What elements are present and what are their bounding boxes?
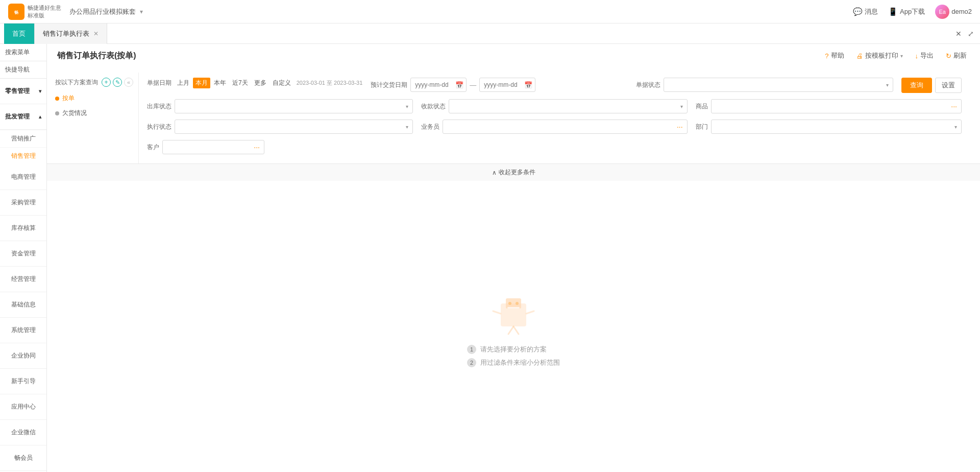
empty-tips: 1 请先选择要分析的方案 2 用过滤条件来缩小分析范围 — [467, 345, 560, 367]
sidebar-item-finance[interactable]: 资金管理 — [0, 241, 46, 267]
filter-row-2: 出库状态 ▾ 收款状态 ▾ — [147, 99, 962, 113]
sidebar-item-retail-mgmt[interactable]: 零售管理 ▾ — [0, 79, 46, 104]
export-button[interactable]: ↓ 导出 — [912, 49, 937, 62]
tab-close-window-icon[interactable]: ✕ — [955, 30, 962, 38]
date-tab-more[interactable]: 更多 — [252, 78, 269, 88]
tab-sales-order[interactable]: 销售订单执行表 ✕ — [34, 23, 107, 44]
salesperson-select[interactable]: ··· — [443, 120, 687, 134]
date-start-wrap: 📅 — [410, 78, 467, 92]
message-button[interactable]: 💬 消息 — [853, 7, 878, 16]
header-right: 💬 消息 📱 App下载 Ea demo2 — [853, 5, 972, 19]
execution-status-chevron-icon: ▾ — [406, 124, 408, 130]
collapse-scheme-button[interactable]: « — [124, 78, 133, 87]
search-button[interactable]: 查询 — [901, 78, 932, 93]
scheme-inactive-dot — [55, 111, 59, 115]
date-tab-this-year[interactable]: 本年 — [211, 78, 229, 88]
sidebar-item-basic-info[interactable]: 基础信息 — [0, 292, 46, 318]
customer-dots-icon: ··· — [254, 143, 260, 151]
sidebar-item-operations[interactable]: 经营管理 — [0, 267, 46, 292]
sidebar-item-new-user[interactable]: 新手引导 — [0, 369, 46, 394]
date-tab-custom[interactable]: 自定义 — [270, 78, 293, 88]
content-area: 销售订单执行表(按单) ? 帮助 🖨 按模板打印 ▾ ↓ — [47, 44, 980, 472]
scheme-item-by-order[interactable]: 按单 — [55, 91, 133, 106]
scheme-item-debt[interactable]: 欠货情况 — [55, 106, 133, 121]
date-end-wrap: 📅 — [479, 78, 535, 92]
user-avatar: Ea — [935, 5, 949, 19]
expected-delivery-start-input[interactable] — [410, 78, 467, 92]
sidebar-item-purchase[interactable]: 采购管理 — [0, 190, 46, 216]
payment-status-select[interactable]: ▾ — [449, 99, 687, 113]
header-left: 畅 畅捷通好生意 标准版 办公用品行业模拟账套 ▾ — [8, 4, 143, 20]
template-print-button[interactable]: 🖨 按模板打印 ▾ — [853, 49, 906, 62]
scheme-active-dot — [55, 97, 59, 101]
filter-fields: 单据日期 上月 本月 本年 近7天 更多 自定义 2023-03-01 至 20… — [139, 73, 970, 163]
date-tabs: 上月 本月 本年 近7天 更多 自定义 — [175, 78, 293, 88]
date-filter-group: 单据日期 上月 本月 本年 近7天 更多 自定义 2023-03-01 至 20… — [147, 78, 362, 88]
date-tab-last7days[interactable]: 近7天 — [230, 78, 251, 88]
action-buttons: 查询 设置 — [901, 78, 962, 93]
customer-select[interactable]: ··· — [162, 140, 264, 154]
svg-line-7 — [508, 326, 513, 334]
user-area[interactable]: Ea demo2 — [935, 5, 972, 19]
sidebar-item-enterprise-wechat[interactable]: 企业微信 — [0, 420, 46, 445]
breadcrumb-title: 办公用品行业模拟账套 — [69, 7, 136, 16]
date-tab-last-month[interactable]: 上月 — [175, 78, 192, 88]
collapse-icon: ∧ — [492, 169, 497, 176]
sidebar-search-menu[interactable]: 搜索菜单 — [0, 44, 46, 61]
help-icon: ? — [825, 52, 828, 60]
expected-delivery-end-input[interactable] — [479, 78, 535, 92]
sidebar-item-app-center[interactable]: 应用中心 — [0, 394, 46, 420]
execution-status-select[interactable]: ▾ — [175, 120, 413, 134]
empty-tip-1: 1 请先选择要分析的方案 — [467, 345, 560, 354]
sidebar-item-marketing[interactable]: 营销推广 — [0, 130, 46, 147]
filter-content: 按以下方案查询 + ✎ « 按单 欠货情况 — [47, 67, 980, 163]
tab-bar-actions: ✕ ⤢ — [955, 30, 974, 38]
sidebar-item-sales-mgmt[interactable]: 销售管理 — [0, 147, 46, 164]
collapse-filters-button[interactable]: ∧ 收起更多条件 — [47, 163, 980, 181]
sidebar-quick-nav[interactable]: 快捷导航 — [0, 61, 46, 79]
salesperson-dots-icon: ··· — [677, 123, 683, 131]
order-status-chevron-icon: ▾ — [886, 82, 889, 88]
shipment-status-select[interactable]: ▾ — [175, 99, 413, 113]
shipment-status-group: 出库状态 ▾ — [147, 99, 413, 113]
logo-area: 畅 畅捷通好生意 标准版 — [8, 4, 61, 20]
scheme-actions: + ✎ « — [102, 78, 133, 87]
logo-icon: 畅 — [8, 4, 24, 20]
date-tab-this-month[interactable]: 本月 — [193, 78, 210, 88]
date-range-text: 2023-03-01 至 2023-03-31 — [297, 79, 363, 87]
sidebar-item-system[interactable]: 系统管理 — [0, 318, 46, 343]
settings-button[interactable]: 设置 — [935, 78, 962, 93]
refresh-button[interactable]: ↻ 刷新 — [943, 49, 970, 62]
filter-row-3: 执行状态 ▾ 业务员 ··· — [147, 120, 962, 134]
top-header: 畅 畅捷通好生意 标准版 办公用品行业模拟账套 ▾ 💬 消息 📱 App下载 E… — [0, 0, 980, 23]
add-scheme-button[interactable]: + — [102, 78, 111, 87]
department-select[interactable]: ▾ — [711, 120, 962, 134]
sidebar-item-enterprise-collab[interactable]: 企业协同 — [0, 343, 46, 369]
department-chevron-icon: ▾ — [954, 124, 957, 130]
chevron-up-icon: ▴ — [39, 114, 41, 120]
edit-scheme-button[interactable]: ✎ — [113, 78, 122, 87]
tab-close-icon[interactable]: ✕ — [93, 30, 99, 37]
sidebar-item-wholesale-mgmt[interactable]: 批发管理 ▴ — [0, 104, 46, 130]
department-group: 部门 ▾ — [696, 120, 962, 134]
tab-home[interactable]: 首页 — [4, 23, 34, 44]
app-icon: 📱 — [888, 7, 898, 16]
main-layout: 搜索菜单 快捷导航 零售管理 ▾ 批发管理 ▴ 营销推广 销售管理 电商管理 采… — [0, 44, 980, 472]
salesperson-group: 业务员 ··· — [421, 120, 687, 134]
tab-expand-icon[interactable]: ⤢ — [968, 30, 974, 38]
sidebar-item-ecommerce[interactable]: 电商管理 — [0, 164, 46, 190]
empty-state: 1 请先选择要分析的方案 2 用过滤条件来缩小分析范围 — [47, 181, 980, 472]
app-download-button[interactable]: 📱 App下载 — [888, 7, 925, 16]
tip-num-1: 1 — [467, 345, 476, 354]
tip-num-2: 2 — [467, 358, 476, 367]
sidebar-item-vip-member[interactable]: 畅会员 — [0, 445, 46, 471]
sidebar-item-inventory[interactable]: 库存核算 — [0, 216, 46, 241]
breadcrumb-arrow[interactable]: ▾ — [140, 8, 143, 15]
chevron-down-icon: ▾ — [39, 88, 41, 94]
product-select[interactable]: ··· — [711, 99, 962, 113]
order-status-select[interactable]: ▾ — [664, 78, 893, 92]
payment-status-group: 收款状态 ▾ — [421, 99, 687, 113]
page-actions: ? 帮助 🖨 按模板打印 ▾ ↓ 导出 ↻ — [822, 49, 970, 62]
help-button[interactable]: ? 帮助 — [822, 49, 847, 62]
page-title-row: 销售订单执行表(按单) ? 帮助 🖨 按模板打印 ▾ ↓ — [57, 49, 970, 62]
